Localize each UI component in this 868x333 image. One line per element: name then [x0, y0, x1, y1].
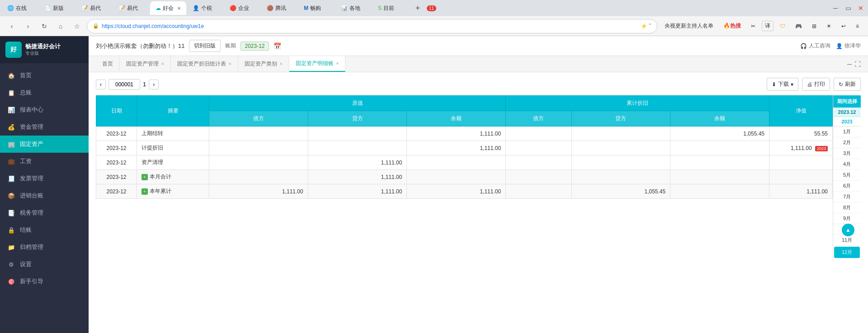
game-btn[interactable]: 🎮 [792, 21, 806, 31]
tab-maximize-icon[interactable]: ⛶ [854, 61, 861, 68]
sidebar-item-funds[interactable]: 💰 资金管理 [0, 118, 89, 136]
cell-orig-balance [407, 155, 506, 170]
sidebar-item-invoice[interactable]: 🧾 发票管理 [0, 170, 89, 187]
sidebar-item-guide[interactable]: 🎯 新手引导 [0, 273, 89, 290]
period-month-1[interactable]: 1月 [833, 127, 861, 137]
nav-extras: 央视更新主持人名单 🔥热搜 ✂ 译 🛡 🎮 ⊞ ☀ ↩ ≡ [661, 20, 863, 32]
cell-acc-credit [571, 127, 670, 141]
cell-acc-debit [506, 141, 571, 155]
translate-btn[interactable]: 译 [762, 21, 774, 31]
sidebar-item-tax[interactable]: 📑 税务管理 [0, 204, 89, 221]
tab-fixed-asset-mgmt[interactable]: 固定资产管理 × [120, 56, 171, 71]
sidebar-item-archive[interactable]: 📁 归档管理 [0, 239, 89, 256]
cell-acc-credit [571, 155, 670, 170]
period-month-11[interactable]: 11月 [833, 235, 861, 246]
home-nav-button[interactable]: ⌂ [54, 20, 67, 33]
tab-home[interactable]: 首页 [96, 56, 120, 71]
refresh-icon: ↻ [839, 81, 843, 88]
sidebar-item-inventory[interactable]: 📦 进销台账 [0, 187, 89, 204]
period-month-4[interactable]: 4月 [833, 159, 861, 170]
sidebar-item-closing[interactable]: 🔒 结账 [0, 221, 89, 239]
back-button[interactable]: ‹ [5, 20, 18, 33]
browser-tab-yidai1[interactable]: 📝 易代 [76, 1, 112, 15]
cell-acc-balance [670, 184, 769, 199]
sidebar-item-ledger[interactable]: 📋 总账 [0, 84, 89, 101]
menu-btn[interactable]: ≡ [852, 21, 863, 31]
table-wrapper: 日期 摘要 原值 累计折旧 净值 借方 贷方 余额 借方 [96, 95, 833, 259]
cell-orig-debit: 1,111.00 [209, 184, 308, 199]
sidebar-item-reports[interactable]: 📊 报表中心 [0, 101, 89, 118]
col-orig-debit: 借方 [209, 111, 308, 127]
close-button[interactable]: ✕ [855, 3, 866, 14]
shield-btn[interactable]: 🛡 [776, 21, 789, 31]
sidebar-item-home[interactable]: 🏠 首页 [0, 67, 89, 84]
address-bar[interactable]: 🔒 https://cloud.chanjet.com/accounting/u… [87, 19, 657, 33]
download-button[interactable]: ⬇ 下载 ▾ [767, 78, 798, 91]
browser-tab-yidai2[interactable]: 📝 易代 [113, 1, 149, 15]
cell-orig-credit: 1,111.00 [308, 184, 407, 199]
grid-btn[interactable]: ⊞ [808, 21, 820, 31]
browser-tab-online[interactable]: 🌐 在线 [2, 1, 38, 15]
sidebar-item-payroll[interactable]: 💼 工资 [0, 153, 89, 170]
tab-close-icon[interactable]: ✕ [177, 6, 181, 11]
notification-area: 11 [427, 5, 436, 11]
period-month-9[interactable]: 9月 [833, 213, 861, 224]
cell-orig-balance [407, 170, 506, 184]
browser-tab-tencent[interactable]: 🟤 腾讯 [261, 1, 297, 15]
tab-label: 目前 [383, 5, 394, 12]
col-acc-debit: 借方 [506, 111, 571, 127]
cell-orig-balance: 1,111.00 [407, 184, 506, 199]
scissors-icon[interactable]: ✂ [747, 21, 759, 31]
table-period-wrapper: 日期 摘要 原值 累计折旧 净值 借方 贷方 余额 借方 [96, 95, 861, 259]
maximize-button[interactable]: ▭ [843, 3, 854, 14]
tab-label: 易代 [127, 5, 138, 12]
period-month-3[interactable]: 3月 [833, 148, 861, 159]
period-month-12[interactable]: 12月 [834, 247, 860, 258]
period-year[interactable]: 2023 [833, 117, 861, 127]
period-active-year[interactable]: 2023.12 [833, 108, 861, 117]
tab-depreciation-stats[interactable]: 固定资产折旧统计表 × [171, 56, 238, 71]
period-month-2[interactable]: 2月 [833, 137, 861, 148]
tab-asset-category[interactable]: 固定资产类别 × [238, 56, 289, 71]
browser-tab-haokuai[interactable]: ☁ 好会 ✕ [150, 1, 186, 15]
browser-tab-enterprise[interactable]: 🔴 企业 [224, 1, 260, 15]
period-month-5[interactable]: 5月 [833, 170, 861, 181]
print-button[interactable]: 🖨 打印 [802, 78, 830, 91]
period-month-8[interactable]: 8月 [833, 202, 861, 213]
tab-close-icon[interactable]: × [161, 61, 164, 66]
browser-tab-gedie[interactable]: 📊 各地 [335, 1, 372, 15]
help-button[interactable]: 🎧 人工咨询 [800, 42, 830, 50]
page-number-input[interactable] [108, 79, 140, 90]
sidebar-item-fixed-assets[interactable]: 🏢 固定资产 [0, 136, 89, 153]
home-icon: 🏠 [7, 71, 15, 80]
next-page-button[interactable]: › [149, 80, 159, 89]
browser-tab-chang[interactable]: M 畅购 [298, 1, 335, 15]
brightness-btn[interactable]: ☀ [823, 21, 835, 31]
tab-asset-detail[interactable]: 固定资产明细账 × [289, 56, 346, 72]
col-orig-balance: 余额 [407, 111, 506, 127]
tab-minimize-icon[interactable]: ─ [847, 61, 852, 68]
period-month-6[interactable]: 6月 [833, 181, 861, 192]
browser-tab-new[interactable]: 📄 新版 [39, 1, 75, 15]
cell-summary: +本月合计 [137, 170, 209, 184]
period-month-7[interactable]: 7月 [833, 192, 861, 202]
minimize-button[interactable]: ─ [830, 3, 841, 14]
browser-tab-geshui[interactable]: 👤 个税 [187, 1, 223, 15]
tab-close-active-icon[interactable]: × [336, 61, 339, 66]
sidebar-item-settings[interactable]: ⚙ 设置 [0, 256, 89, 273]
bookmark-button[interactable]: ☆ [71, 20, 83, 33]
tab-close-icon[interactable]: × [280, 61, 283, 66]
browser-tab-muqian[interactable]: S 目前 [373, 1, 409, 15]
scroll-up-button[interactable]: ▲ [842, 224, 854, 236]
prev-page-button[interactable]: ‹ [96, 80, 106, 89]
cell-summary: 资产清理 [137, 155, 209, 170]
switch-version-button[interactable]: 切到旧版 [189, 40, 221, 52]
undo-btn[interactable]: ↩ [838, 21, 849, 31]
forward-button[interactable]: › [22, 20, 34, 33]
user-button[interactable]: 👤 徐泽华 [836, 42, 861, 50]
refresh-button[interactable]: ↻ 刷新 [834, 78, 861, 91]
new-tab-button[interactable]: + [411, 2, 424, 14]
refresh-nav-button[interactable]: ↻ [38, 20, 51, 33]
tab-close-icon[interactable]: × [229, 61, 231, 66]
asset-detail-table: 日期 摘要 原值 累计折旧 净值 借方 贷方 余额 借方 [96, 95, 833, 199]
